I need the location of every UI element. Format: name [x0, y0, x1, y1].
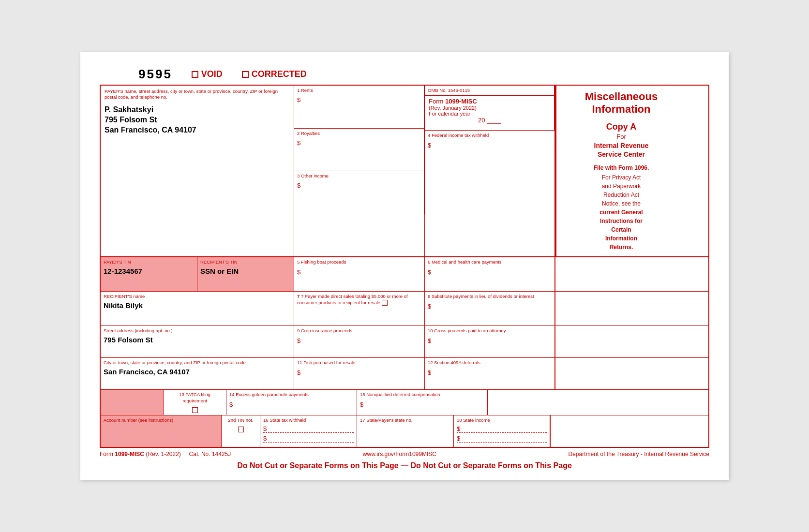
right-panel-spacer3 — [555, 292, 686, 325]
row-city: City or town, state or province, country… — [101, 358, 708, 390]
row-recipient: RECIPIENT'S name Nikita Bilyk 7 7 Payer … — [101, 292, 708, 326]
field14-amount: $ — [229, 401, 354, 408]
field2-label: 2 Royalties — [297, 131, 421, 136]
account-number-label: Account number (see instructions) — [104, 417, 218, 423]
form-grid: PAYER'S name, street address, city or to… — [100, 85, 709, 448]
field10-amount: $ — [428, 337, 552, 344]
field3b-cell — [425, 126, 554, 131]
recipient-name-label: RECIPIENT'S name — [104, 294, 291, 299]
form-rev: (Rev. January 2022) — [429, 105, 550, 111]
payer-address: 795 Folsom St — [105, 116, 290, 124]
field4-label: 4 Federal income tax withheld — [428, 133, 552, 138]
recipient-tin-label: RECIPIENT'S TIN — [200, 259, 291, 265]
field8-cell: 8 Substitute payments in lieu of dividen… — [425, 292, 555, 325]
field11-amount: $ — [297, 369, 421, 376]
field16-line1: $ — [263, 425, 354, 433]
irs-label: Internal Revenue Service Center — [594, 141, 649, 159]
for-label: For — [616, 133, 626, 140]
field4-cell — [294, 214, 424, 257]
field17-cell: 17 State/Payer's state no. — [357, 415, 454, 447]
void-section: VOID — [192, 69, 223, 79]
instructions-text: For Privacy Act and Paperwork Reduction … — [599, 173, 643, 251]
field13-label: 13 FATCA filing requirement — [166, 392, 223, 404]
recipient-name-cell: RECIPIENT'S name Nikita Bilyk — [101, 292, 294, 325]
field18-line1: $ — [457, 425, 547, 433]
field9-cell: 9 Crop insurance proceeds $ — [294, 326, 425, 357]
field14-cell: 14 Excess golden parachute payments $ — [226, 390, 357, 415]
omb-label: OMB No. 1545-0115 — [428, 88, 551, 93]
corrected-section: CORRECTED — [242, 69, 307, 79]
field4-right-cell: 4 Federal income tax withheld $ — [425, 131, 554, 150]
row-address: Street address (including apt. no.) 795 … — [101, 326, 708, 358]
omb-cell: OMB No. 1545-0115 — [425, 86, 554, 96]
form-footer: Form 1099-MISC (Rev. 1-2022) Cat. No. 14… — [100, 448, 709, 459]
right-panel-spacer6 — [488, 390, 618, 415]
right-panel-spacer5 — [555, 358, 686, 389]
field12-cell: 12 Section 409A deferrals $ — [425, 358, 555, 389]
street-address-value: 795 Folsom St — [104, 336, 291, 344]
field15-cell: 15 Nonqualified deferred compensation $ — [357, 390, 488, 415]
field14-label: 14 Excess golden parachute payments — [229, 392, 354, 398]
field4-amount: $ — [428, 142, 552, 149]
field6-cell: 6 Medical and health care payments $ — [425, 257, 555, 291]
account-spacer — [101, 390, 164, 415]
field8-label: 8 Substitute payments in lieu of dividen… — [428, 294, 552, 299]
city-state-cell: City or town, state or province, country… — [101, 358, 294, 389]
street-address-label: Street address (including apt. no.) — [104, 328, 291, 334]
field10-label: 10 Gross proceeds paid to an attorney — [428, 328, 552, 334]
field16-line2: $ — [263, 435, 354, 443]
field13-checkbox[interactable] — [192, 407, 198, 413]
field18-label: 18 State income — [457, 417, 547, 423]
void-label: VOID — [201, 69, 223, 79]
field16-label: 16 State tax withheld — [263, 417, 354, 423]
footer-form: Form 1099-MISC (Rev. 1-2022) Cat. No. 14… — [100, 451, 231, 458]
field7-checkbox[interactable] — [382, 300, 388, 306]
field13-cell: 13 FATCA filing requirement — [164, 390, 226, 415]
row-1: PAYER'S name, street address, city or to… — [101, 86, 708, 257]
field9-amount: $ — [297, 337, 421, 344]
field15-amount: $ — [360, 401, 484, 408]
file-with: File with Form 1096. — [594, 164, 649, 171]
account-number-input[interactable] — [104, 425, 171, 434]
do-not-cut: Do Not Cut or Separate Forms on This Pag… — [100, 459, 709, 470]
form-name-cell: Form 1099-MISC (Rev. January 2022) For c… — [425, 96, 554, 126]
payer-city: San Francisco, CA 94107 — [105, 126, 290, 134]
field8-amount: $ — [428, 303, 552, 310]
payer-name: P. Sakhatskyi — [105, 105, 290, 114]
form-name-text: Form 1099-MISC — [429, 98, 550, 105]
copy-a: Copy A — [606, 122, 636, 132]
2nd-tin-label: 2nd TIN not. — [225, 417, 257, 423]
footer-dept: Department of the Treasury - Internal Re… — [569, 451, 709, 458]
field5-amount: $ — [297, 268, 421, 276]
2nd-tin-checkbox[interactable] — [238, 427, 244, 432]
field2-amount: $ — [297, 139, 421, 147]
field15-label: 15 Nonqualified deferred compensation — [360, 392, 484, 398]
year-value: 20 ____ — [429, 117, 550, 124]
payer-tin-cell: PAYER'S TIN 12-1234567 — [101, 257, 197, 291]
street-address-cell: Street address (including apt. no.) 795 … — [101, 326, 294, 357]
corrected-checkbox[interactable] — [242, 71, 249, 78]
field11-label: 11 Fish purchased for resale — [297, 360, 421, 366]
field7-cell: 7 7 Payer made direct sales totaling $5,… — [294, 292, 425, 325]
field11-cell: 11 Fish purchased for resale $ — [294, 358, 425, 389]
payer-name-label: PAYER'S name, street address, city or to… — [105, 89, 290, 101]
recipient-tin-cell: RECIPIENT'S TIN SSN or EIN — [197, 257, 294, 291]
field1-cell: 1 Rents $ — [294, 86, 424, 129]
right-panel-spacer4 — [555, 326, 686, 357]
footer-website: www.irs.gov/Form1099MISC — [363, 451, 436, 458]
field7-label: 7 7 Payer made direct sales totaling $5,… — [297, 294, 421, 306]
field18-cell: 18 State income $ $ — [454, 415, 551, 447]
city-state-label: City or town, state or province, country… — [104, 360, 291, 366]
recipient-name-value: Nikita Bilyk — [104, 301, 291, 310]
field6-amount: $ — [428, 268, 552, 276]
void-checkbox[interactable] — [192, 71, 198, 78]
field10-cell: 10 Gross proceeds paid to an attorney $ — [425, 326, 555, 357]
row-last: Account number (see instructions) 2nd TI… — [101, 415, 708, 447]
field12-amount: $ — [428, 369, 552, 376]
field12-label: 12 Section 409A deferrals — [428, 360, 552, 366]
form-1099-name: 1099-MISC — [445, 98, 477, 105]
right-panel-spacer2 — [555, 257, 686, 291]
row-fields-13-15: 13 FATCA filing requirement 14 Excess go… — [101, 390, 708, 415]
field16-cell: 16 State tax withheld $ $ — [260, 415, 357, 447]
row-tin: PAYER'S TIN 12-1234567 RECIPIENT'S TIN S… — [101, 257, 708, 292]
